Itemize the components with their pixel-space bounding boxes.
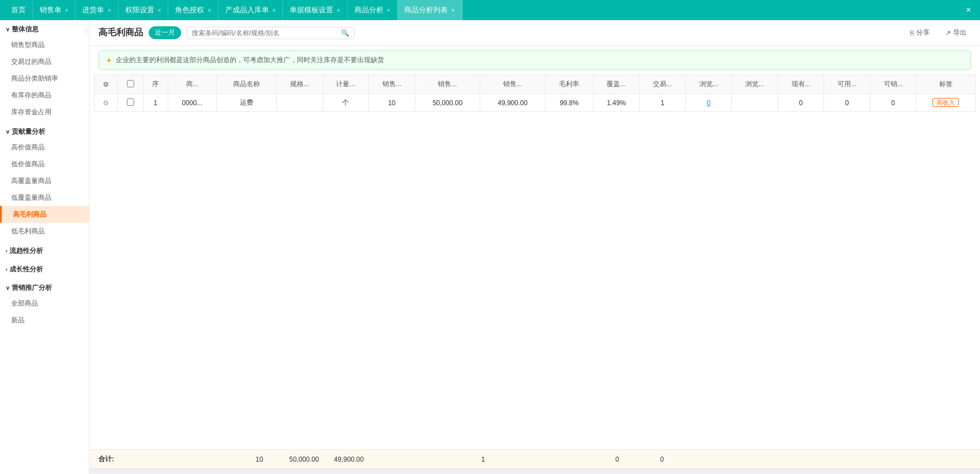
cell-name: 运费 xyxy=(216,94,276,112)
sidebar-item[interactable]: 低价值商品 xyxy=(0,156,89,172)
close-all-button[interactable]: × xyxy=(962,5,976,15)
cell-transaction: 1 xyxy=(640,94,686,112)
cell-salesCost: 49,900.00 xyxy=(480,94,546,112)
sidebar-item[interactable]: 库存资金占用 xyxy=(0,104,89,120)
sidebar: 《 ∨整体信息销售型商品交易过的商品商品分类助销率有库存的商品库存资金占用∨贡献… xyxy=(0,20,89,474)
nav-tab-商品分析列表[interactable]: 商品分析列表× xyxy=(397,0,462,20)
col-header-spec[interactable]: 规格... xyxy=(277,75,323,94)
info-banner: ✦ 企业的主要的利润都是这部分商品创造的，可考虑加大推广，同时关注库存是不要出现… xyxy=(98,50,971,70)
arrow-icon: › xyxy=(6,248,7,254)
sidebar-item[interactable]: 交易过的商品 xyxy=(0,53,89,70)
tab-close-icon[interactable]: × xyxy=(387,7,390,13)
tab-close-icon[interactable]: × xyxy=(451,7,455,13)
select-all-checkbox[interactable] xyxy=(127,80,134,87)
search-icon[interactable]: 🔍 xyxy=(341,29,349,37)
tab-close-icon[interactable]: × xyxy=(107,7,111,13)
col-header-salesAmount[interactable]: 销售... xyxy=(415,75,480,94)
cell-tag[interactable]: 高收入 xyxy=(916,94,976,112)
col-header-currentStock[interactable]: 现有... xyxy=(778,75,824,94)
nav-tab-销售单[interactable]: 销售单× xyxy=(33,0,75,20)
tab-close-icon[interactable]: × xyxy=(337,7,340,13)
sidebar-item[interactable]: 有库存的商品 xyxy=(0,87,89,104)
col-header-view2[interactable]: 浏览... xyxy=(732,75,778,94)
cell-view2 xyxy=(732,94,778,112)
sidebar-item[interactable]: 销售型商品 xyxy=(0,36,89,53)
table-row: ⚙10000...运费个1050,000.0049,900.0099.8%1.4… xyxy=(94,94,976,112)
col-header-transaction[interactable]: 交易... xyxy=(640,75,686,94)
arrow-icon: ∨ xyxy=(6,129,10,135)
col-header-checkbox[interactable] xyxy=(118,75,144,94)
content-area: 高毛利商品 近一月 🔍 ⎘ 分享 ↗ 导出 ✦ 企业的主要的利润都是这部分商品创… xyxy=(89,20,980,474)
arrow-icon: ∨ xyxy=(6,26,10,32)
share-button[interactable]: ⎘ 分享 xyxy=(906,26,934,40)
cell-coverage: 1.49% xyxy=(593,94,640,112)
cell-unit: 个 xyxy=(323,94,369,112)
nav-tab-首页[interactable]: 首页 xyxy=(4,0,33,20)
nav-tab-产成品入库单[interactable]: 产成品入库单× xyxy=(219,0,283,20)
sidebar-group-title[interactable]: ∨营销推广分析 xyxy=(0,279,89,295)
col-header-settings[interactable]: ⚙ xyxy=(94,75,118,94)
sidebar-item[interactable]: 高毛利商品 xyxy=(0,206,89,223)
sidebar-group: ∨贡献量分析高价值商品低价值商品高覆盖量商品低覆盖量商品高毛利商品低毛利商品 xyxy=(0,123,89,240)
cell-index: 1 xyxy=(143,94,168,112)
view-link[interactable]: 0 xyxy=(707,99,711,107)
col-header-salesQty[interactable]: 销售... xyxy=(369,75,415,94)
col-header-tag[interactable]: 标签 xyxy=(916,75,976,94)
export-button[interactable]: ↗ 导出 xyxy=(941,26,971,40)
cell-settings: ⚙ xyxy=(94,94,118,112)
nav-tab-进货单[interactable]: 进货单× xyxy=(75,0,118,20)
nav-tab-单据模板设置[interactable]: 单据模板设置× xyxy=(283,0,347,20)
col-header-name[interactable]: 商品名称 xyxy=(216,75,276,94)
sidebar-item[interactable]: 高价值商品 xyxy=(0,139,89,156)
col-header-salesCost[interactable]: 销售... xyxy=(480,75,546,94)
sidebar-group: ›成长性分析 xyxy=(0,260,89,276)
content-header: 高毛利商品 近一月 🔍 ⎘ 分享 ↗ 导出 xyxy=(89,20,980,46)
col-header-code[interactable]: 商... xyxy=(168,75,216,94)
col-header-availableStock[interactable]: 可用... xyxy=(824,75,870,94)
footer-summary: 合计: 10 50,000.00 49,900.00 1 0 0 xyxy=(89,449,980,468)
sidebar-group-title[interactable]: ∨整体信息 xyxy=(0,20,89,36)
sidebar-item[interactable]: 商品分类助销率 xyxy=(0,70,89,87)
info-icon: ✦ xyxy=(106,56,112,65)
tab-close-icon[interactable]: × xyxy=(65,7,68,13)
data-table: ⚙序商...商品名称规格...计量...销售...销售...销售...毛利率覆盖… xyxy=(94,74,976,112)
cell-salesQty: 10 xyxy=(369,94,415,112)
nav-tab-商品分析[interactable]: 商品分析× xyxy=(348,0,397,20)
sidebar-group-title[interactable]: ›成长性分析 xyxy=(0,260,89,276)
header-actions: ⎘ 分享 ↗ 导出 xyxy=(906,26,971,40)
sidebar-item[interactable]: 全部商品 xyxy=(0,295,89,312)
tab-close-icon[interactable]: × xyxy=(272,7,276,13)
export-icon: ↗ xyxy=(945,29,951,37)
col-header-index[interactable]: 序 xyxy=(143,75,168,94)
cell-spec xyxy=(277,94,323,112)
col-header-saleableStock[interactable]: 可销... xyxy=(870,75,916,94)
page-title: 高毛利商品 xyxy=(98,27,143,39)
filter-recent-month-button[interactable]: 近一月 xyxy=(149,26,181,39)
nav-tab-权限设置[interactable]: 权限设置× xyxy=(119,0,168,20)
sidebar-item[interactable]: 低毛利商品 xyxy=(0,223,89,240)
tab-close-icon[interactable]: × xyxy=(158,7,161,13)
col-header-coverage[interactable]: 覆盖... xyxy=(593,75,640,94)
horizontal-scrollbar[interactable] xyxy=(89,468,980,474)
search-input[interactable] xyxy=(192,29,341,37)
row-checkbox[interactable] xyxy=(127,98,134,106)
nav-tab-角色授权[interactable]: 角色授权× xyxy=(168,0,218,20)
sidebar-group-title[interactable]: ∨贡献量分析 xyxy=(0,123,89,139)
sidebar-group: ∨营销推广分析全部商品新品 xyxy=(0,279,89,328)
arrow-icon: ∨ xyxy=(6,285,10,291)
row-settings-icon[interactable]: ⚙ xyxy=(103,99,109,107)
search-box: 🔍 xyxy=(187,27,354,39)
tab-close-icon[interactable]: × xyxy=(207,7,211,13)
sidebar-item[interactable]: 低覆盖量商品 xyxy=(0,189,89,206)
cell-availableStock: 0 xyxy=(824,94,870,112)
col-header-view1[interactable]: 浏览... xyxy=(685,75,732,94)
sidebar-item[interactable]: 高覆盖量商品 xyxy=(0,172,89,189)
col-header-unit[interactable]: 计量... xyxy=(323,75,369,94)
sidebar-item[interactable]: 新品 xyxy=(0,312,89,328)
sidebar-group: ›流趋性分析 xyxy=(0,242,89,258)
col-header-grossMargin[interactable]: 毛利率 xyxy=(545,75,593,94)
main-layout: 《 ∨整体信息销售型商品交易过的商品商品分类助销率有库存的商品库存资金占用∨贡献… xyxy=(0,20,980,474)
cell-view1[interactable]: 0 xyxy=(685,94,732,112)
sidebar-group-title[interactable]: ›流趋性分析 xyxy=(0,242,89,258)
top-nav: 首页销售单×进货单×权限设置×角色授权×产成品入库单×单据模板设置×商品分析×商… xyxy=(0,0,980,20)
